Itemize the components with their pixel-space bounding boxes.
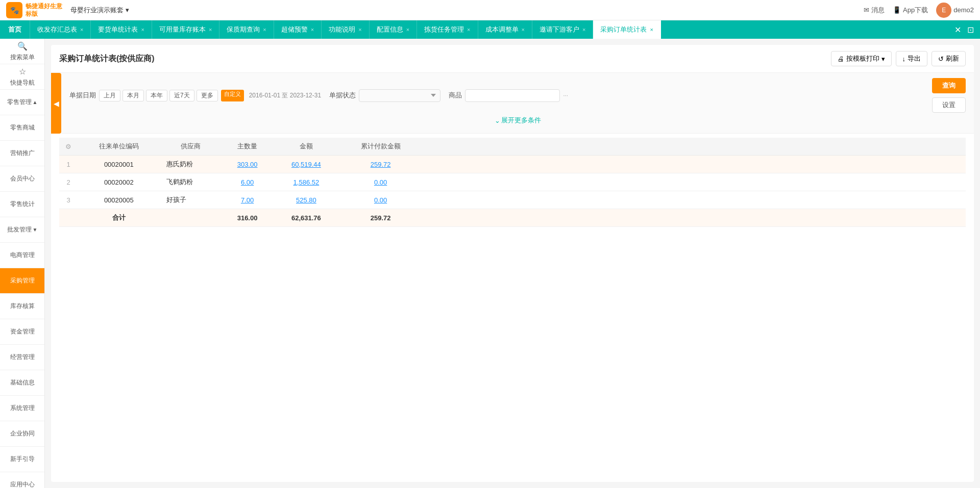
sidebar-item-search[interactable]: 🔍 搜索菜单 [0,39,44,64]
close-icon[interactable]: × [582,27,585,33]
tab-shoufacun-label: 收发存汇总表 [37,25,77,34]
tab-home[interactable]: 首页 [0,20,30,39]
status-select[interactable]: 已确认 未确认 [359,89,440,102]
sidebar-item-label: 采购管理 [10,276,35,285]
tab-peizhi-label: 配置信息 [377,25,403,34]
cell-supplier: 惠氏奶粉 [160,156,222,173]
sidebar-item-finance[interactable]: 资金管理 [0,319,44,345]
close-icon[interactable]: × [80,27,83,33]
footer-empty1 [59,209,78,227]
sidebar-item-purchase[interactable]: 采购管理 [0,268,44,294]
close-icon[interactable]: × [311,27,314,33]
tab-baozhi[interactable]: 保质期查询 × [219,20,274,39]
tab-caigou[interactable]: 采购订单统计表 × [593,20,660,39]
close-icon[interactable]: × [467,27,470,33]
sidebar-item-label: 资金管理 [10,327,35,336]
more-options-icon[interactable]: ··· [563,92,568,99]
cell-amount[interactable]: 60,519.44 [273,156,339,173]
col-empty [422,138,966,156]
row-settings-cell: 2 [59,173,78,191]
sidebar-item-label: 应用中心 [10,480,35,488]
maximize-window-button[interactable]: ⊡ [965,24,976,36]
date-btn-this-year[interactable]: 本年 [146,90,167,101]
tab-yaohuo[interactable]: 要货单统计表 × [91,20,152,39]
print-button[interactable]: 🖨 按模板打印 ▾ [831,51,892,66]
cell-qty[interactable]: 7.00 [222,191,273,209]
date-btn-this-month[interactable]: 本月 [122,90,144,101]
footer-empty2 [160,209,222,227]
tab-gongnengshuoming[interactable]: 功能说明 × [322,20,369,39]
export-button[interactable]: ↓ 导出 [896,51,928,66]
tab-shoufacun[interactable]: 收发存汇总表 × [30,20,91,39]
sidebar-item-label: 营销推广 [10,149,35,158]
sidebar-item-label: 零售管理 [7,98,32,107]
sidebar-item-system[interactable]: 系统管理 [0,396,44,421]
cell-qty[interactable]: 303.00 [222,156,273,173]
gear-icon[interactable]: ⚙ [65,143,71,150]
tab-chaochu[interactable]: 超储预警 × [274,20,322,39]
sidebar-item-enterprise[interactable]: 企业协同 [0,421,44,447]
date-btn-7days[interactable]: 近7天 [169,90,194,101]
sidebar-item-wholesale[interactable]: 批发管理 ▼ [0,217,44,243]
close-icon[interactable]: × [406,27,409,33]
sidebar-item-label: 零售统计 [10,200,35,209]
collapse-filter-button[interactable]: ◀ [51,73,61,134]
close-icon[interactable]: × [522,27,525,33]
close-window-button[interactable]: ✕ [952,24,963,36]
filter-wrapper: ◀ 单据日期 上月 本月 本年 近7天 更多 自定义 [51,73,974,134]
date-btn-more[interactable]: 更多 [197,90,218,101]
user-profile[interactable]: E demo2 [936,3,974,18]
app-download-button[interactable]: 📱 App下载 [893,6,928,15]
message-button[interactable]: ✉ 消息 [864,6,885,15]
tab-yaoqing[interactable]: 邀请下游客户 × [532,20,593,39]
close-icon[interactable]: × [263,27,266,33]
sidebar-item-operations[interactable]: 经营管理 [0,345,44,370]
close-icon[interactable]: × [650,27,653,33]
row-settings-cell: 1 [59,156,78,173]
sidebar-item-retail-stats[interactable]: 零售统计 [0,192,44,217]
printer-icon: 🖨 [838,55,844,63]
refresh-button[interactable]: ↺ 刷新 [932,51,966,66]
page-header: 采购订单统计表(按供应商) 🖨 按模板打印 ▾ ↓ 导出 ↺ 刷新 [51,45,974,73]
sidebar-item-basic-info[interactable]: 基础信息 [0,370,44,396]
settings-button[interactable]: 设置 [932,97,966,113]
tab-jianhuo[interactable]: 拣货任务管理 × [417,20,478,39]
org-selector[interactable]: 母婴行业演示账套 ▾ [66,4,133,17]
sidebar-item-inventory[interactable]: 库存核算 [0,294,44,319]
sidebar-item-label: 快捷导航 [10,79,35,87]
chevron-down-icon: ▼ [33,227,38,233]
close-icon[interactable]: × [141,27,144,33]
sidebar-item-member[interactable]: 会员中心 [0,166,44,192]
tab-chengben[interactable]: 成本调整单 × [478,20,532,39]
goods-input[interactable] [465,89,560,102]
date-btn-last-month[interactable]: 上月 [99,90,120,101]
cell-paid[interactable]: 0.00 [339,191,422,209]
close-icon[interactable]: × [209,27,212,33]
table-row: 1 00020001 惠氏奶粉 303.00 60,519.44 259.72 [59,156,966,173]
sidebar-item-marketing[interactable]: 营销推广 [0,141,44,166]
cell-paid[interactable]: 259.72 [339,156,422,173]
tab-peizhi[interactable]: 配置信息 × [370,20,417,39]
tab-chaochu-label: 超储预警 [281,25,308,34]
sidebar-item-retail-mgmt[interactable]: 零售管理 ▲ [0,90,44,115]
tab-yaohuo-label: 要货单统计表 [98,25,138,34]
cell-paid[interactable]: 0.00 [339,173,422,191]
table-row: 3 00020005 好孩子 7.00 525.80 0.00 [59,191,966,209]
sidebar-item-appcenter[interactable]: 应用中心 [0,472,44,488]
query-button[interactable]: 查询 [932,78,966,93]
footer-empty3 [422,209,966,227]
cell-amount[interactable]: 525.80 [273,191,339,209]
cell-amount[interactable]: 1,586.52 [273,173,339,191]
sidebar-item-quicknav[interactable]: ☆ 快捷导航 [0,64,44,90]
expand-filter-button[interactable]: ⌄ 展开更多条件 [495,116,541,125]
sidebar-item-retail-shop[interactable]: 零售商城 [0,115,44,141]
close-icon[interactable]: × [358,27,361,33]
cell-qty[interactable]: 6.00 [222,173,273,191]
tab-caigou-label: 采购订单统计表 [600,25,647,34]
tab-kuyongliang[interactable]: 可用量库存账本 × [152,20,219,39]
sidebar-item-newguide[interactable]: 新手引导 [0,447,44,472]
sidebar-item-ecommerce[interactable]: 电商管理 [0,243,44,268]
topbar: 🐾 畅捷通好生意 标版 母婴行业演示账套 ▾ ✉ 消息 📱 App下载 E de… [0,0,980,20]
page-container: 采购订单统计表(按供应商) 🖨 按模板打印 ▾ ↓ 导出 ↺ 刷新 [51,45,974,482]
sidebar-item-label: 基础信息 [10,378,35,387]
